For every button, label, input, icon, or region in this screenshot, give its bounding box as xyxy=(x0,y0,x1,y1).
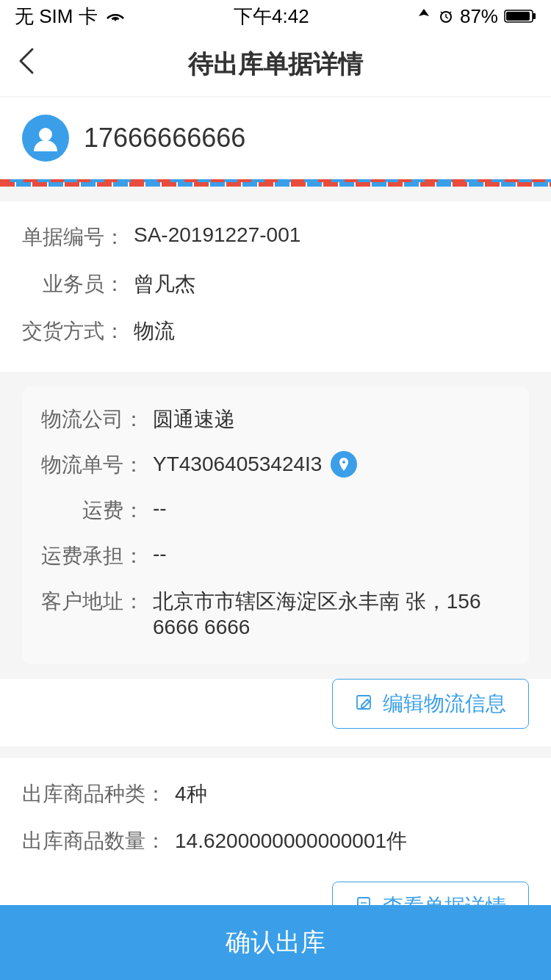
alarm-icon xyxy=(438,8,454,24)
product-section: 出库商品种类： 4种 出库商品数量： 14.6200000000000001件 xyxy=(0,758,551,882)
status-left: 无 SIM 卡 xyxy=(15,4,127,29)
battery-percent: 87% xyxy=(460,5,498,28)
address-row: 客户地址： 北京市市辖区海淀区永丰南 张，156 6666 6666 xyxy=(41,588,510,639)
edit-logistics-label: 编辑物流信息 xyxy=(383,690,506,718)
delivery-method-row: 交货方式： 物流 xyxy=(22,317,529,345)
logistics-card: 物流公司： 圆通速递 物流单号： YT43064053424I3 运费： -- … xyxy=(22,386,529,664)
freight-bearer-label: 运费承担： xyxy=(41,542,144,570)
confirm-outbound-button[interactable]: 确认出库 xyxy=(0,926,551,959)
logistics-company-row: 物流公司： 圆通速递 xyxy=(41,406,510,433)
sales-person-label: 业务员： xyxy=(22,270,125,298)
order-no-value: SA-20191227-001 xyxy=(134,223,529,247)
order-no-row: 单据编号： SA-20191227-001 xyxy=(22,223,529,251)
tracking-location-icon[interactable] xyxy=(331,451,357,478)
logistics-company-value: 圆通速递 xyxy=(153,406,510,433)
product-quantity-row: 出库商品数量： 14.6200000000000001件 xyxy=(22,827,529,855)
product-type-value: 4种 xyxy=(175,780,529,808)
product-type-row: 出库商品种类： 4种 xyxy=(22,780,529,808)
svg-rect-3 xyxy=(506,12,530,21)
freight-row: 运费： -- xyxy=(41,497,510,525)
back-button[interactable] xyxy=(18,46,35,82)
avatar xyxy=(22,115,69,162)
tracking-no-value: YT43064053424I3 xyxy=(153,451,510,478)
page-title: 待出库单据详情 xyxy=(188,48,363,82)
sim-status: 无 SIM 卡 xyxy=(15,4,98,29)
nav-bar: 待出库单据详情 xyxy=(0,32,551,97)
address-label: 客户地址： xyxy=(41,588,144,616)
svg-rect-2 xyxy=(533,13,536,19)
freight-value: -- xyxy=(153,497,510,520)
freight-label: 运费： xyxy=(41,497,144,525)
delivery-method-value: 物流 xyxy=(134,317,529,345)
product-quantity-value: 14.6200000000000001件 xyxy=(175,827,529,855)
freight-bearer-value: -- xyxy=(153,542,510,566)
sales-person-value: 曾凡杰 xyxy=(134,270,529,298)
freight-bearer-row: 运费承担： -- xyxy=(41,542,510,570)
product-type-label: 出库商品种类： xyxy=(22,780,166,808)
edit-btn-wrap: 编辑物流信息 xyxy=(0,679,551,746)
battery-icon xyxy=(504,8,536,24)
customer-phone: 17666666666 xyxy=(84,123,245,154)
wifi-icon xyxy=(104,8,127,24)
tracking-no-label: 物流单号： xyxy=(41,451,144,479)
status-right: 87% xyxy=(416,5,536,28)
edit-logistics-button[interactable]: 编辑物流信息 xyxy=(332,679,529,729)
basic-info-section: 单据编号： SA-20191227-001 业务员： 曾凡杰 交货方式： 物流 xyxy=(0,201,551,372)
status-bar: 无 SIM 卡 下午4:42 87% xyxy=(0,0,551,32)
customer-header: 17666666666 xyxy=(0,97,551,182)
delivery-method-label: 交货方式： xyxy=(22,317,125,345)
address-value: 北京市市辖区海淀区永丰南 张，156 6666 6666 xyxy=(153,588,510,639)
order-no-label: 单据编号： xyxy=(22,223,125,251)
tracking-no-row: 物流单号： YT43064053424I3 xyxy=(41,451,510,479)
sales-person-row: 业务员： 曾凡杰 xyxy=(22,270,529,298)
logistics-company-label: 物流公司： xyxy=(41,406,144,433)
confirm-btn-wrap: 确认出库 xyxy=(0,905,551,980)
dashed-divider xyxy=(0,182,551,187)
status-time: 下午4:42 xyxy=(234,4,309,29)
product-quantity-label: 出库商品数量： xyxy=(22,827,166,855)
location-service-icon xyxy=(416,8,432,24)
svg-point-4 xyxy=(39,128,52,141)
edit-icon xyxy=(355,693,375,714)
section-divider-1 xyxy=(0,746,551,758)
